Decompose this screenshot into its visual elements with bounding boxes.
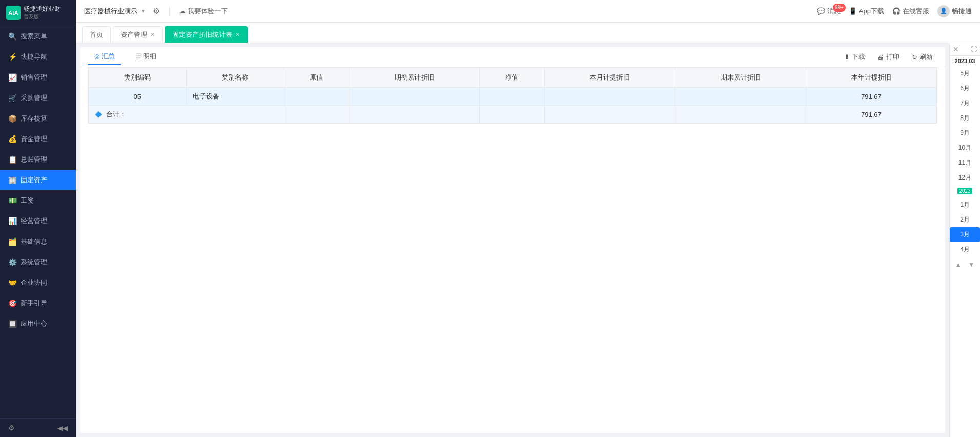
sidebar-item-ledger[interactable]: 📋 总账管理	[0, 149, 76, 170]
sidebar-item-salary[interactable]: 💵 工资	[0, 190, 76, 211]
message-button[interactable]: 💬 消息 99+	[817, 7, 841, 16]
col-header-month-dep: 本月计提折旧	[544, 68, 675, 88]
operations-icon: 📊	[8, 217, 16, 225]
month-item[interactable]: 5月	[950, 66, 980, 81]
sidebar-item-purchase[interactable]: 🛒 采购管理	[0, 88, 76, 108]
sidebar: AtA 畅捷通好业财 普及版 🔍 搜索菜单 ⚡ 快捷导航 📈 销售管理 🛒 采购…	[0, 0, 76, 437]
tab-depreciation-report[interactable]: 固定资产折旧统计表 ✕	[165, 26, 248, 43]
collab-icon: 🤝	[8, 279, 16, 287]
sidebar-item-guide[interactable]: 🎯 新手引导	[0, 293, 76, 313]
print-button[interactable]: 🖨 打印	[873, 50, 904, 64]
download-button[interactable]: 📱 App下载	[849, 7, 884, 16]
sidebar-item-app-center[interactable]: 🔲 应用中心	[0, 313, 76, 334]
user-menu[interactable]: 👤 畅捷通	[937, 5, 972, 17]
table-subtotal-row: 🔷 合计： 791.67	[89, 106, 937, 124]
company-settings-icon[interactable]: ⚙	[153, 6, 160, 16]
month-item[interactable]: 6月	[950, 81, 980, 96]
sidebar-item-quicknav[interactable]: ⚡ 快捷导航	[0, 47, 76, 67]
app-logo: AtA 畅捷通好业财 普及版	[0, 0, 76, 26]
print-label: 打印	[886, 52, 899, 62]
subtotal-icon: 🔷	[95, 111, 102, 117]
month-item-jan[interactable]: 1月	[950, 197, 980, 212]
sidebar-item-finance[interactable]: 💰 资金管理	[0, 129, 76, 149]
cell-net	[479, 88, 544, 106]
sidebar-item-inventory[interactable]: 📦 库存核算	[0, 108, 76, 129]
sidebar-item-basic-info[interactable]: 🗂️ 基础信息	[0, 231, 76, 252]
app-edition: 普及版	[24, 13, 61, 21]
month-item[interactable]: 7月	[950, 96, 980, 111]
sidebar-collapse-button[interactable]: ◀◀	[57, 424, 68, 432]
month-item[interactable]: 11月	[950, 155, 980, 170]
download-icon: 📱	[849, 7, 857, 15]
tab-home[interactable]: 首页	[82, 26, 111, 43]
cell-original	[284, 88, 349, 106]
sidebar-item-label: 新手引导	[21, 299, 47, 308]
month-item-feb[interactable]: 2月	[950, 212, 980, 227]
month-list: 5月 6月 7月 8月 9月 10月 11月 12月 2023 1月 2月 3月…	[950, 66, 980, 437]
refresh-label: 刷新	[919, 52, 933, 62]
download-label: 下载	[852, 52, 865, 62]
col-header-period-accum: 期初累计折旧	[349, 68, 479, 88]
sidebar-item-label: 总账管理	[21, 155, 47, 164]
month-item[interactable]: 9月	[950, 126, 980, 141]
topbar-right: 💬 消息 99+ 📱 App下载 🎧 在线客服 👤 畅捷通	[817, 5, 972, 17]
sidebar-item-search[interactable]: 🔍 搜索菜单	[0, 26, 76, 47]
topbar: 医疗器械行业演示 ▼ ⚙ ☁ 我要体验一下 💬 消息 99+ 📱 App下载 🎧…	[76, 0, 980, 23]
quicknav-icon: ⚡	[8, 53, 16, 61]
tab-asset-management[interactable]: 资产管理 ✕	[113, 26, 163, 43]
cell-end-accum	[675, 88, 806, 106]
depreciation-table: 类别编码 类别名称 原值 期初累计折旧 净值 本月计提折旧 期末累计折旧 本年计…	[88, 67, 937, 124]
scroll-down-icon[interactable]: ▼	[966, 259, 976, 270]
sub-tab-summary-label: 汇总	[102, 52, 115, 61]
cell-name: 电子设备	[186, 88, 284, 106]
service-button[interactable]: 🎧 在线客服	[892, 7, 929, 16]
experience-button[interactable]: ☁ 我要体验一下	[179, 7, 228, 16]
scroll-up-icon[interactable]: ▲	[953, 259, 964, 270]
finance-icon: 💰	[8, 135, 16, 143]
month-item[interactable]: 10月	[950, 141, 980, 155]
main-area: 医疗器械行业演示 ▼ ⚙ ☁ 我要体验一下 💬 消息 99+ 📱 App下载 🎧…	[76, 0, 980, 437]
download-button[interactable]: ⬇ 下载	[840, 50, 869, 64]
sidebar-item-collab[interactable]: 🤝 企业协同	[0, 272, 76, 293]
date-panel-expand-icon[interactable]: ⛶	[971, 46, 977, 53]
sidebar-item-label: 应用中心	[21, 319, 47, 328]
fixed-assets-icon: 🏢	[8, 176, 16, 184]
col-header-original: 原值	[284, 68, 349, 88]
company-name: 医疗器械行业演示	[84, 7, 137, 16]
month-item-apr[interactable]: 4月	[950, 242, 980, 257]
sidebar-item-system[interactable]: ⚙️ 系统管理	[0, 252, 76, 272]
sidebar-item-label: 企业协同	[21, 278, 47, 287]
subtotal-text: 合计：	[106, 110, 126, 118]
service-label: 在线客服	[903, 7, 929, 16]
month-item[interactable]: 12月	[950, 170, 980, 185]
tab-home-label: 首页	[90, 30, 103, 39]
sub-tab-detail[interactable]: ☰ 明细	[129, 49, 163, 65]
tab-depreciation-close-icon[interactable]: ✕	[235, 31, 240, 38]
col-header-code: 类别编码	[89, 68, 187, 88]
sidebar-item-fixed-assets[interactable]: 🏢 固定资产	[0, 170, 76, 190]
tabs-bar: 首页 资产管理 ✕ 固定资产折旧统计表 ✕	[76, 23, 980, 43]
company-selector[interactable]: 医疗器械行业演示 ▼	[84, 7, 146, 16]
refresh-icon: ↻	[912, 53, 917, 61]
refresh-button[interactable]: ↻ 刷新	[908, 50, 937, 64]
sub-tab-summary[interactable]: ◎ 汇总	[88, 49, 121, 65]
cell-period-accum	[349, 88, 479, 106]
basic-info-icon: 🗂️	[8, 237, 16, 246]
page-content: ◎ 汇总 ☰ 明细 ⬇ 下载 🖨 打印	[76, 43, 980, 437]
settings-footer-icon[interactable]: ⚙	[8, 424, 15, 432]
sidebar-item-operations[interactable]: 📊 经营管理	[0, 211, 76, 231]
cell-month-dep	[544, 88, 675, 106]
month-item-mar[interactable]: 3月	[950, 227, 980, 242]
month-item[interactable]: 8月	[950, 111, 980, 126]
print-icon: 🖨	[877, 53, 884, 61]
table-wrapper: 类别编码 类别名称 原值 期初累计折旧 净值 本月计提折旧 期末累计折旧 本年计…	[80, 67, 945, 433]
date-panel-close-icon[interactable]: ✕	[953, 45, 959, 53]
tab-asset-close-icon[interactable]: ✕	[150, 31, 155, 38]
subtotal-net	[479, 106, 544, 124]
sidebar-item-label: 资金管理	[21, 134, 47, 144]
service-icon: 🎧	[892, 7, 901, 15]
experience-label: 我要体验一下	[188, 7, 228, 16]
sidebar-item-label: 销售管理	[21, 73, 47, 82]
sidebar-item-sales[interactable]: 📈 销售管理	[0, 67, 76, 88]
sidebar-item-label: 采购管理	[21, 93, 47, 103]
